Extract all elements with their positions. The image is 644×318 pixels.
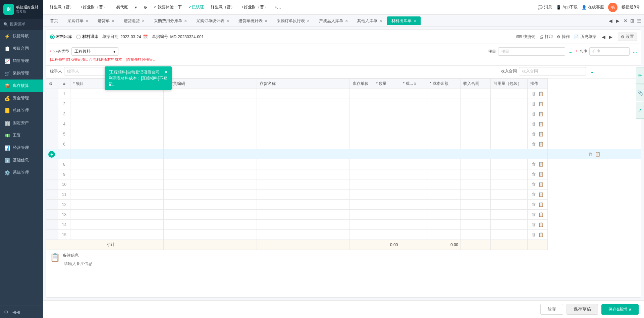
cell-cost-amount[interactable] <box>427 99 461 109</box>
cell-code[interactable] <box>163 109 257 119</box>
cell-project[interactable] <box>70 109 164 119</box>
business-type-select[interactable]: 工程领料 ▾ <box>71 47 118 56</box>
sidebar-item-operations[interactable]: 📊 经营管理 <box>0 142 43 154</box>
cell-cost[interactable] <box>400 159 427 169</box>
cell-name[interactable] <box>257 99 350 109</box>
sidebar-item-fixed-assets[interactable]: 🏢 固定资产 <box>0 117 43 129</box>
sidebar-item-accounting[interactable]: 📒 总账管理 <box>0 104 43 117</box>
cell-project[interactable] <box>70 119 164 129</box>
cell-contract[interactable] <box>461 99 491 109</box>
cell-project[interactable] <box>70 99 164 109</box>
delete-row-icon[interactable]: 🗑 <box>532 142 536 147</box>
tab-goods-receipt[interactable]: 进货单 ✕ <box>93 16 119 25</box>
form-nav-next[interactable]: ▶ <box>607 34 614 40</box>
handler-input[interactable]: 经手人 <box>64 67 111 75</box>
tab-goods-return[interactable]: 进货退货 ✕ <box>119 16 149 25</box>
tab-purchase-stats[interactable]: 采购订单统计表 ✕ <box>192 16 233 25</box>
cell-cost[interactable] <box>400 89 427 99</box>
topbar-settings-icon[interactable]: ⚙ <box>141 4 150 10</box>
delete-row-icon[interactable]: 🗑 <box>532 162 536 167</box>
tab-other-storage[interactable]: 其他入库单 ✕ <box>353 16 386 25</box>
radio-material-out[interactable]: 材料出库 <box>50 34 72 40</box>
cell-code[interactable] <box>163 129 257 139</box>
copy-row-icon[interactable]: 📋 <box>538 91 544 96</box>
close-all-icon[interactable]: ✕ <box>624 18 628 23</box>
topbar-customer-service[interactable]: 👤 在线客服 <box>582 4 604 10</box>
cell-contract[interactable] <box>461 119 491 129</box>
warehouse-input[interactable]: 仓库 <box>589 47 630 56</box>
cell-contract[interactable] <box>461 89 491 99</box>
cell-cost-amount[interactable] <box>427 159 461 169</box>
right-toolbar-attach-icon[interactable]: 📎 <box>636 85 644 101</box>
tab-close-icon[interactable]: ✕ <box>379 19 382 23</box>
tab-close-icon[interactable]: ✕ <box>86 19 88 23</box>
cell-name[interactable] <box>257 89 350 99</box>
save-draft-button[interactable]: 保存草稿 <box>567 304 598 315</box>
cell-code[interactable] <box>163 89 257 99</box>
tab-purchase-exec[interactable]: 采购订单执行表 ✕ <box>272 16 314 25</box>
search-menu[interactable]: 🔍 搜索菜单 <box>0 19 43 30</box>
topbar-trial-link[interactable]: ○ 我要体验一下 <box>151 4 184 11</box>
cell-cost-amount[interactable] <box>427 89 461 99</box>
tab-close-icon[interactable]: ✕ <box>414 19 416 23</box>
cell-cost-amount[interactable] <box>427 119 461 129</box>
table-settings-col[interactable]: ⚙ <box>46 79 58 89</box>
copy-row-icon[interactable]: 📋 <box>538 162 544 167</box>
cell-cost[interactable] <box>400 99 427 109</box>
tab-close-icon[interactable]: ✕ <box>184 19 187 23</box>
tab-finished-goods[interactable]: 产成品入库单 ✕ <box>315 16 352 25</box>
cell-code[interactable] <box>163 99 257 109</box>
cell-contract[interactable] <box>461 159 491 169</box>
date-value[interactable]: 2023-03-24 <box>120 35 141 39</box>
cell-project[interactable] <box>70 139 164 149</box>
add-row-input-2[interactable] <box>70 149 164 159</box>
print-btn[interactable]: 🖨 打印 <box>539 34 553 40</box>
tooltip-close-icon[interactable]: ✕ <box>164 69 168 75</box>
cell-cost-amount[interactable] <box>427 109 461 119</box>
cell-cost-amount[interactable] <box>427 129 461 139</box>
delete-row-icon[interactable]: 🗑 <box>532 111 536 116</box>
cell-cost[interactable] <box>400 119 427 129</box>
sidebar-item-sales[interactable]: 📈 销售管理 <box>0 55 43 67</box>
cell-contract[interactable] <box>461 109 491 119</box>
cell-code[interactable] <box>163 139 257 149</box>
income-contract-lookup-icon[interactable]: … <box>589 69 593 74</box>
nav-prev-icon[interactable]: ◀ <box>607 17 614 24</box>
income-contract-input[interactable]: 收入合同 <box>519 67 586 75</box>
cell-cost[interactable] <box>400 109 427 119</box>
cell-project[interactable] <box>70 89 164 99</box>
operations-btn[interactable]: ⚙ 操作 <box>557 34 570 40</box>
sidebar-item-inventory[interactable]: 📦 库存核算 <box>0 80 43 92</box>
topbar-app-download[interactable]: 📱 App下载 <box>556 4 578 10</box>
cell-qty[interactable] <box>373 89 400 99</box>
sidebar-item-finance[interactable]: 💰 资金管理 <box>0 92 43 104</box>
cell-qty[interactable] <box>373 119 400 129</box>
delete-row-icon[interactable]: 🗑 <box>532 91 536 96</box>
history-btn[interactable]: 📄 历史单据 <box>574 34 596 40</box>
cell-contract[interactable] <box>461 129 491 139</box>
copy-row-icon[interactable]: 📋 <box>538 121 544 126</box>
cell-cost[interactable] <box>400 139 427 149</box>
save-new-button[interactable]: 保存&新增 ∧ <box>601 304 639 315</box>
sidebar-item-salary[interactable]: 💵 工资 <box>0 129 43 142</box>
settings-icon[interactable]: ⚙ <box>4 309 8 315</box>
calendar-icon[interactable]: 📅 <box>143 35 148 39</box>
delete-row-icon[interactable]: 🗑 <box>532 182 536 187</box>
cell-name[interactable] <box>257 109 350 119</box>
discard-button[interactable]: 放弃 <box>540 304 563 315</box>
form-nav-prev[interactable]: ◀ <box>600 34 607 40</box>
cell-qty[interactable] <box>373 159 400 169</box>
cell-project[interactable] <box>70 159 164 169</box>
delete-row-icon[interactable]: 🗑 <box>532 192 536 197</box>
delete-row-icon[interactable]: 🗑 <box>532 222 536 227</box>
cell-name[interactable] <box>257 159 350 169</box>
cell-code[interactable] <box>163 119 257 129</box>
copy-row-icon[interactable]: 📋 <box>538 232 544 237</box>
grid-view-icon[interactable]: ⊞ <box>630 18 634 23</box>
cell-qty[interactable] <box>373 129 400 139</box>
topbar-link-good-finance[interactable]: +好业财（普） <box>78 4 110 11</box>
delete-row-icon[interactable]: 🗑 <box>588 152 592 157</box>
sidebar-item-quick-nav[interactable]: ⚡ 快捷导航 <box>0 30 43 42</box>
cell-name[interactable] <box>257 119 350 129</box>
topbar-dropdown-icon[interactable]: ▾ <box>132 4 140 10</box>
